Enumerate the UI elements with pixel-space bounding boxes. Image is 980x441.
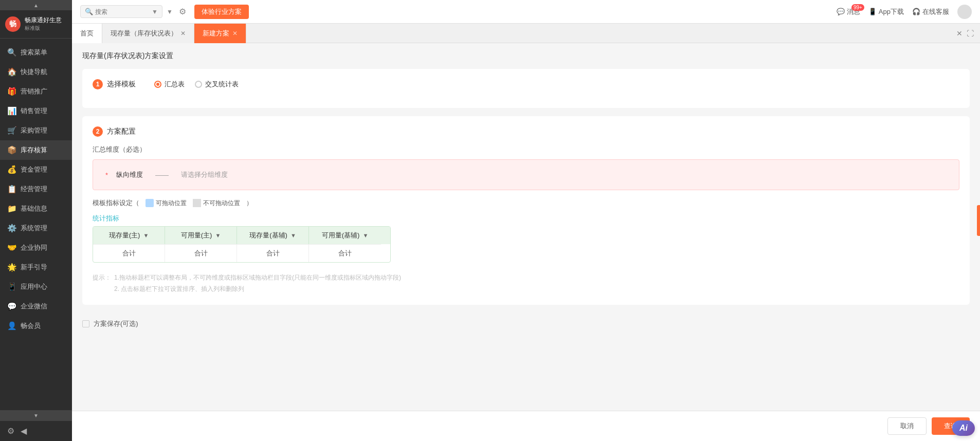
tab-new-plan-close[interactable]: ✕ <box>232 30 238 37</box>
tab-inventory-status-label: 现存量（库存状况表） <box>111 29 177 38</box>
stats-body-row: 合计 合计 合计 合计 <box>93 244 390 262</box>
radio-crosstab[interactable]: 交叉统计表 <box>195 80 239 89</box>
tab-close-icon[interactable]: ✕ <box>956 29 963 38</box>
top-bar-left: 🔍 ▼ ▼ ⚙ 体验行业方案 <box>80 5 249 19</box>
stats-col2-chevron[interactable]: ▼ <box>215 232 221 238</box>
trial-button[interactable]: 体验行业方案 <box>194 5 249 19</box>
user-avatar[interactable] <box>957 5 972 19</box>
tab-inventory-status-close[interactable]: ✕ <box>180 30 186 37</box>
sidebar-item-label: 畅会员 <box>21 321 41 330</box>
non-draggable-label: 不可拖动位置 <box>203 199 240 208</box>
tab-expand-icon[interactable]: ⛶ <box>967 29 974 38</box>
marketing-icon: 🎁 <box>7 87 16 96</box>
tab-home[interactable]: 首页 <box>72 24 102 43</box>
stats-col-3: 现存量(基辅) ▼ <box>237 227 309 244</box>
settings-bottom-icon[interactable]: ⚙ <box>7 426 14 436</box>
right-edge-handle[interactable] <box>977 205 980 236</box>
vertical-dimension-placeholder[interactable]: 请选择分组维度 <box>181 170 228 179</box>
scroll-up[interactable]: ▲ <box>0 0 72 10</box>
sidebar-item-system[interactable]: ⚙️ 系统管理 <box>0 218 72 238</box>
stats-col2-label: 可用量(主) <box>181 231 212 240</box>
tab-bar: 首页 现存量（库存状况表） ✕ 新建方案 ✕ ✕ ⛶ <box>72 24 980 43</box>
hint-prefix-1: 提示： <box>93 272 111 284</box>
volume-icon[interactable]: ◀ <box>21 426 27 436</box>
aggregate-dimension-label: 汇总维度（必选） <box>93 145 959 154</box>
tab-new-plan-label: 新建方案 <box>203 29 229 38</box>
sidebar-item-search-menu[interactable]: 🔍 搜索菜单 <box>0 43 72 62</box>
sidebar-item-basic-info[interactable]: 📁 基础信息 <box>0 199 72 218</box>
radio-crosstab-circle[interactable] <box>195 81 202 88</box>
section1-header: 1 选择模板 汇总表 交叉统计表 <box>93 79 959 89</box>
stats-col4-label: 可用量(基辅) <box>322 231 360 240</box>
download-icon: 📱 <box>868 8 877 15</box>
system-icon: ⚙️ <box>7 224 16 233</box>
search-dropdown-icon[interactable]: ▼ <box>152 8 158 15</box>
hint-text-2: 2. 点击标题栏下拉可设置排序、插入列和删除列 <box>114 284 244 295</box>
stats-body-cell-4: 合计 <box>309 244 381 262</box>
sidebar-item-operations[interactable]: 📋 经营管理 <box>0 179 72 199</box>
sidebar-item-inventory[interactable]: 📦 库存核算 <box>0 140 72 160</box>
dimension-dash: —— <box>155 171 169 179</box>
search-box[interactable]: 🔍 ▼ <box>80 5 162 18</box>
sidebar-item-finance[interactable]: 💰 资金管理 <box>0 160 72 179</box>
sidebar-item-label: 经营管理 <box>21 185 47 194</box>
metrics-setting: 模板指标设定（ 可拖动位置 不可拖动位置 ） <box>93 198 959 208</box>
app-name: 畅康通好生意 <box>25 16 62 25</box>
sidebar-item-purchase[interactable]: 🛒 采购管理 <box>0 121 72 140</box>
stats-col4-chevron[interactable]: ▼ <box>362 232 368 238</box>
search-input[interactable] <box>95 8 150 15</box>
sidebar-item-quick-nav[interactable]: 🏠 快捷导航 <box>0 62 72 82</box>
scroll-down[interactable]: ▼ <box>0 410 72 420</box>
topbar-settings-icon[interactable]: ⚙ <box>179 7 186 16</box>
metrics-setting-close-paren: ） <box>246 199 252 208</box>
section2-title: 方案配置 <box>107 127 136 136</box>
sidebar-item-label: 库存核算 <box>21 145 47 155</box>
top-bar: 🔍 ▼ ▼ ⚙ 体验行业方案 💬 消息 99+ 📱 App下载 🎧 在线客服 <box>72 0 980 24</box>
stats-col-1: 现存量(主) ▼ <box>93 227 165 244</box>
save-checkbox[interactable] <box>82 320 89 327</box>
radio-summary-circle[interactable] <box>154 81 161 88</box>
hint-text-1: 1.拖动标题栏可以调整布局，不可跨维度或指标区域拖动栏目字段(只能在同一维度或指… <box>114 272 401 284</box>
content-area: 现存量(库存状况表)方案设置 1 选择模板 汇总表 交叉统计表 <box>72 43 980 411</box>
bottom-bar: 取消 查询 <box>72 411 980 441</box>
non-draggable-indicator: 不可拖动位置 <box>193 199 240 208</box>
tab-new-plan[interactable]: 新建方案 ✕ <box>194 24 246 43</box>
stats-col1-chevron[interactable]: ▼ <box>143 232 149 238</box>
sidebar: ▲ 畅 畅康通好生意 标准版 🔍 搜索菜单 🏠 快捷导航 🎁 营销推广 📊 销售… <box>0 0 72 441</box>
basic-info-icon: 📁 <box>7 204 16 213</box>
cancel-button[interactable]: 取消 <box>887 417 927 435</box>
sidebar-item-enterprise-wechat[interactable]: 💬 企业微信 <box>0 297 72 316</box>
online-service-item[interactable]: 🎧 在线客服 <box>912 7 949 16</box>
radio-summary[interactable]: 汇总表 <box>154 80 185 89</box>
section2-header: 2 方案配置 <box>93 126 959 137</box>
dimension-area: * 纵向维度 —— 请选择分组维度 <box>93 159 959 190</box>
section1-card: 1 选择模板 汇总表 交叉统计表 <box>82 69 970 108</box>
sidebar-item-sales[interactable]: 📊 销售管理 <box>0 101 72 121</box>
ai-badge[interactable]: Ai <box>952 420 975 436</box>
stats-table-header: 现存量(主) ▼ 可用量(主) ▼ 现存量(基辅) ▼ <box>93 227 390 244</box>
draggable-label: 可拖动位置 <box>156 199 187 208</box>
required-star: * <box>105 171 108 179</box>
top-bar-right: 💬 消息 99+ 📱 App下载 🎧 在线客服 <box>837 5 972 19</box>
stats-header-cell-4: 可用量(基辅) ▼ <box>309 227 381 244</box>
vertical-dimension-label: 纵向维度 <box>116 170 143 179</box>
sidebar-logo: 畅 畅康通好生意 标准版 <box>0 10 72 39</box>
sidebar-item-label: 采购管理 <box>21 126 47 135</box>
dropdown-icon[interactable]: ▼ <box>167 8 173 15</box>
vertical-dimension-row: * 纵向维度 —— 请选择分组维度 <box>105 170 947 179</box>
tab-inventory-status[interactable]: 现存量（库存状况表） ✕ <box>102 24 194 43</box>
section2-number: 2 <box>93 126 103 137</box>
sales-icon: 📊 <box>7 106 16 116</box>
sidebar-item-members[interactable]: 👤 畅会员 <box>0 316 72 336</box>
sidebar-item-new-guide[interactable]: 🌟 新手引导 <box>0 258 72 277</box>
operations-icon: 📋 <box>7 185 16 194</box>
app-logo-icon: 畅 <box>5 16 21 32</box>
stats-col3-chevron[interactable]: ▼ <box>291 232 296 238</box>
sidebar-item-label: 应用中心 <box>21 282 47 291</box>
sidebar-item-marketing[interactable]: 🎁 营销推广 <box>0 82 72 101</box>
sidebar-item-app-center[interactable]: 📱 应用中心 <box>0 277 72 297</box>
sidebar-item-cooperation[interactable]: 🤝 企业协同 <box>0 238 72 258</box>
app-download-item[interactable]: 📱 App下载 <box>868 7 904 16</box>
messages-item[interactable]: 💬 消息 99+ <box>837 7 860 16</box>
stats-header-cell-1: 现存量(主) ▼ <box>93 227 165 244</box>
